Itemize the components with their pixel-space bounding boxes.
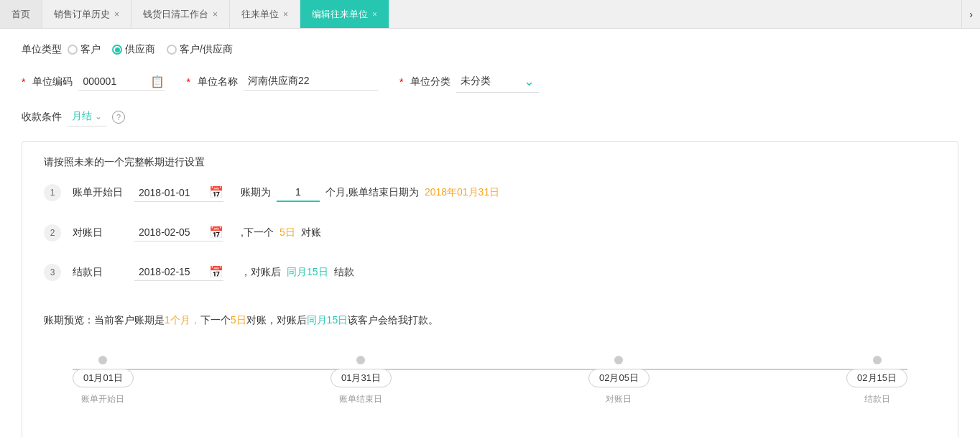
tab-edit-label: 编辑往来单位 <box>312 8 368 21</box>
payment-terms-value: 月结 <box>72 110 92 123</box>
timeline-label-3: 对账日 <box>606 393 632 405</box>
payment-terms-row: 收款条件 月结 ⌄ ? <box>22 107 958 126</box>
step-1-period-prefix: 账期为 <box>241 186 271 199</box>
unit-category-required: * <box>399 76 403 88</box>
timeline-badge-2: 01月31日 <box>330 369 392 387</box>
unit-name-required: * <box>186 76 190 88</box>
tab-home-label: 首页 <box>11 8 30 21</box>
step-1-num: 1 <box>44 184 61 201</box>
radio-both-circle <box>167 45 177 55</box>
radio-both[interactable]: 客户/供应商 <box>167 43 233 56</box>
step-1-period-input[interactable] <box>277 183 320 202</box>
preview-reconcile-prefix: 下一个 <box>200 314 231 326</box>
tab-partner-close-icon[interactable]: × <box>283 9 288 19</box>
timeline-dot-3 <box>614 356 623 364</box>
payment-terms-select[interactable]: 月结 ⌄ <box>68 107 106 126</box>
unit-name-label: 单位名称 <box>198 75 238 88</box>
step-2-date-group: 📅 <box>134 224 223 242</box>
tab-bar: 首页 销售订单历史 × 钱货日清工作台 × 往来单位 × 编辑往来单位 × › <box>0 0 980 29</box>
unit-name-group: * 单位名称 <box>186 73 377 91</box>
settings-row-2: 2 对账日 📅 ,下一个 5日 对账 <box>44 224 936 242</box>
unit-details-row: * 单位编码 📋 * 单位名称 * 单位分类 未分类 ⌄ <box>22 70 958 93</box>
step-3-date-input[interactable] <box>134 263 206 280</box>
radio-supplier-circle <box>112 45 122 55</box>
timeline-badge-1: 01月01日 <box>73 369 134 387</box>
tab-home[interactable]: 首页 <box>0 0 42 28</box>
payment-terms-label: 收款条件 <box>22 111 62 124</box>
radio-customer[interactable]: 客户 <box>68 43 101 56</box>
preview-reconcile-highlight: 5日 <box>231 314 246 326</box>
timeline-label-2: 账单结束日 <box>339 393 382 405</box>
unit-code-icon[interactable]: 📋 <box>150 75 165 88</box>
settings-box: 请按照未来的一个完整帐期进行设置 1 账单开始日 📅 账期为 个月,账单结束日期… <box>22 141 958 437</box>
step-1-label: 账单开始日 <box>73 186 123 199</box>
tab-edit-close-icon[interactable]: × <box>372 9 377 19</box>
step-3-desc-prefix: ，对账后 <box>241 266 281 279</box>
tab-bar-arrow[interactable]: › <box>961 0 980 28</box>
tab-sales-order-history[interactable]: 销售订单历史 × <box>42 0 131 28</box>
step-2-calendar-icon[interactable]: 📅 <box>209 226 223 239</box>
unit-type-group: 单位类型 客户 供应商 客户/供应商 <box>22 43 233 56</box>
tab-edit-partner-units[interactable]: 编辑往来单位 × <box>300 0 389 28</box>
settings-row-1: 1 账单开始日 📅 账期为 个月,账单结束日期为 2018年01月31日 <box>44 183 936 202</box>
tab-cash-label: 钱货日清工作台 <box>143 8 208 21</box>
unit-code-input[interactable] <box>78 73 150 90</box>
preview-section: 账期预览：当前客户账期是1个月，下一个5日对账，对账后同月15日该客户会给我打款… <box>44 303 936 434</box>
preview-prefix: 账期预览：当前客户账期是 <box>44 314 165 326</box>
timeline-badge-4: 02月15日 <box>846 369 907 387</box>
radio-supplier[interactable]: 供应商 <box>112 43 155 56</box>
timeline-point-1: 01月01日 账单开始日 <box>73 356 134 405</box>
timeline-dot-4 <box>873 356 882 364</box>
step-3-date-group: 📅 <box>134 263 223 281</box>
preview-period: 1个月， <box>165 314 200 326</box>
tab-partner-units[interactable]: 往来单位 × <box>230 0 300 28</box>
preview-suffix: 该客户会给我打款。 <box>348 314 438 326</box>
tab-sales-close-icon[interactable]: × <box>114 9 119 19</box>
unit-name-input[interactable] <box>244 73 378 91</box>
radio-supplier-label: 供应商 <box>125 43 155 56</box>
unit-type-label: 单位类型 <box>22 43 62 56</box>
step-1-date-input[interactable] <box>134 184 206 201</box>
tab-cash-reconciliation[interactable]: 钱货日清工作台 × <box>131 0 230 28</box>
tab-sales-label: 销售订单历史 <box>54 8 110 21</box>
tab-partner-label: 往来单位 <box>241 8 279 21</box>
settings-title: 请按照未来的一个完整帐期进行设置 <box>44 156 936 169</box>
timeline-label-1: 账单开始日 <box>81 393 124 405</box>
step-1-calendar-icon[interactable]: 📅 <box>209 185 223 199</box>
timeline-point-2: 01月31日 账单结束日 <box>330 356 392 405</box>
timeline-points: 01月01日 账单开始日 01月31日 账单结束日 02月05日 对账日 <box>73 356 907 405</box>
unit-category-select[interactable]: 未分类 ⌄ <box>456 70 539 93</box>
timeline-dot-1 <box>98 356 107 364</box>
timeline-label-4: 结款日 <box>864 393 890 405</box>
timeline-point-4: 02月15日 结款日 <box>846 356 907 405</box>
unit-category-arrow-icon: ⌄ <box>524 73 535 89</box>
step-3-desc-suffix: 结款 <box>334 266 354 279</box>
preview-text: 账期预览：当前客户账期是1个月，下一个5日对账，对账后同月15日该客户会给我打款… <box>44 314 936 327</box>
unit-code-required: * <box>22 76 25 88</box>
timeline: 01月01日 账单开始日 01月31日 账单结束日 02月05日 对账日 <box>44 349 936 434</box>
unit-category-value: 未分类 <box>461 75 518 88</box>
tab-cash-close-icon[interactable]: × <box>213 9 218 19</box>
step-2-label: 对账日 <box>73 226 123 239</box>
payment-terms-help-icon[interactable]: ? <box>112 111 125 124</box>
unit-category-label: 单位分类 <box>410 75 450 88</box>
unit-code-input-wrapper: 📋 <box>78 73 165 91</box>
preview-reconcile-suffix: 对账，对账后 <box>246 314 307 326</box>
step-3-desc-highlight: 同月15日 <box>287 266 328 279</box>
unit-code-group: * 单位编码 📋 <box>22 73 165 91</box>
step-1-date-group: 📅 <box>134 184 223 202</box>
step-2-date-input[interactable] <box>134 224 206 241</box>
step-3-label: 结款日 <box>73 266 123 279</box>
timeline-dot-2 <box>356 356 365 364</box>
unit-code-label: 单位编码 <box>32 75 73 88</box>
step-1-end-date: 2018年01月31日 <box>425 186 499 199</box>
step-2-num: 2 <box>44 224 61 242</box>
timeline-badge-3: 02月05日 <box>588 369 650 387</box>
step-2-desc-suffix: 对账 <box>301 226 321 239</box>
step-2-desc-prefix: ,下一个 <box>241 226 274 239</box>
step-3-calendar-icon[interactable]: 📅 <box>209 265 223 279</box>
step-3-num: 3 <box>44 264 61 281</box>
timeline-point-3: 02月05日 对账日 <box>588 356 650 405</box>
tab-bar-expander <box>389 0 961 28</box>
unit-type-row: 单位类型 客户 供应商 客户/供应商 <box>22 43 958 56</box>
